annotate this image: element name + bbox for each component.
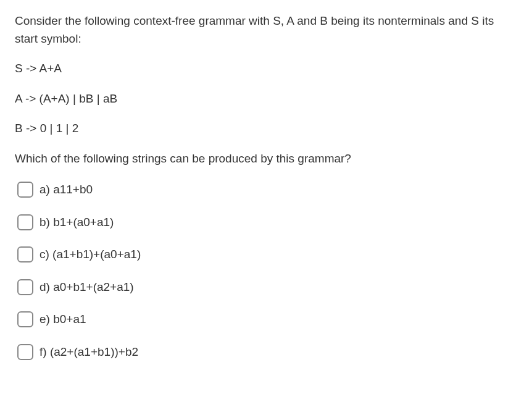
- option-label-a: a) a11+b0: [40, 181, 93, 199]
- checkbox-b[interactable]: [17, 214, 33, 230]
- option-label-e: e) b0+a1: [40, 311, 86, 329]
- checkbox-c[interactable]: [17, 246, 33, 262]
- grammar-block: S -> A+A A -> (A+A) | bB | aB B -> 0 | 1…: [15, 60, 501, 138]
- option-c: c) (a1+b1)+(a0+a1): [17, 246, 501, 264]
- option-a: a) a11+b0: [17, 181, 501, 199]
- option-f: f) (a2+(a1+b1))+b2: [17, 343, 501, 361]
- grammar-rule-s: S -> A+A: [15, 60, 501, 78]
- checkbox-f[interactable]: [17, 344, 33, 360]
- option-d: d) a0+b1+(a2+a1): [17, 279, 501, 296]
- options-list: a) a11+b0 b) b1+(a0+a1) c) (a1+b1)+(a0+a…: [15, 181, 501, 361]
- question-stem: Consider the following context-free gram…: [15, 12, 501, 48]
- checkbox-e[interactable]: [17, 311, 33, 327]
- option-e: e) b0+a1: [17, 311, 501, 329]
- option-label-d: d) a0+b1+(a2+a1): [40, 279, 134, 296]
- option-label-b: b) b1+(a0+a1): [40, 214, 114, 232]
- option-label-f: f) (a2+(a1+b1))+b2: [40, 343, 138, 361]
- option-b: b) b1+(a0+a1): [17, 214, 501, 232]
- checkbox-d[interactable]: [17, 279, 33, 295]
- grammar-rule-b: B -> 0 | 1 | 2: [15, 120, 501, 138]
- option-label-c: c) (a1+b1)+(a0+a1): [40, 246, 141, 264]
- checkbox-a[interactable]: [17, 182, 33, 198]
- grammar-rule-a: A -> (A+A) | bB | aB: [15, 90, 501, 108]
- sub-question: Which of the following strings can be pr…: [15, 150, 501, 168]
